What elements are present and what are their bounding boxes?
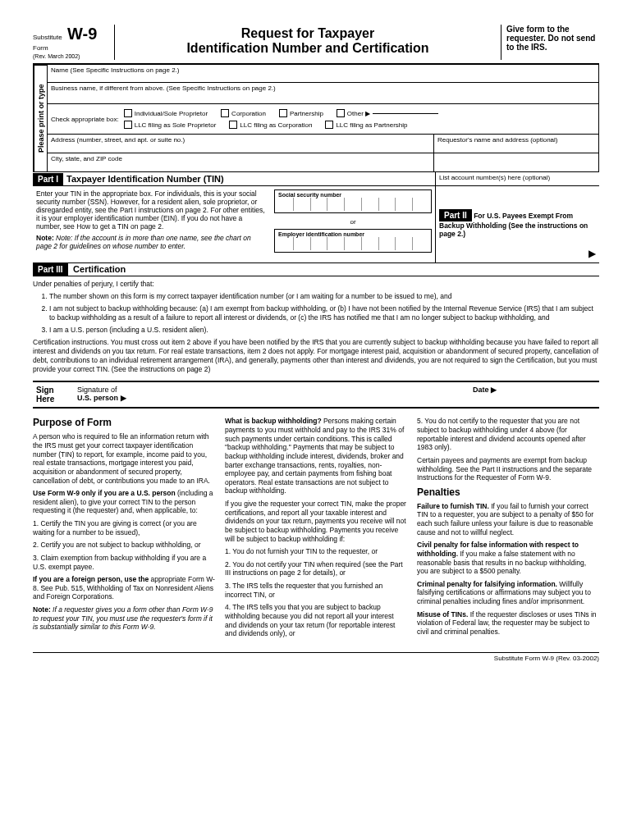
page-footer: Substitute Form W-9 (Rev. 03-2002)	[33, 652, 599, 662]
cert-instructions: Certification instructions. You must cro…	[33, 338, 599, 374]
checkbox-llc-corp[interactable]	[229, 121, 237, 129]
city-state-zip-field[interactable]: City, state, and ZIP code	[48, 153, 434, 171]
col3-p4: Civil penalty for false information with…	[417, 541, 599, 576]
tin-text: Enter your TIN in the appropriate box. F…	[36, 189, 265, 231]
col3-p6: Misuse of TINs. If the requester disclos…	[417, 610, 599, 637]
label-llc-corp: LLC filing as Corporation	[240, 121, 312, 129]
tin-instructions: Enter your TIN in the appropriate box. F…	[33, 186, 271, 262]
part2-section: Part II For U.S. Payees Exempt From Back…	[435, 186, 599, 262]
penalties-heading: Penalties	[417, 486, 599, 499]
col2-p4: 2. You do not certify your TIN when requ…	[225, 560, 407, 578]
column-1: Purpose of Form A person who is required…	[33, 417, 215, 641]
col1-p5: 3. Claim exemption from backup withholdi…	[33, 554, 215, 571]
cert-item3: I am a U.S. person (including a U.S. res…	[49, 326, 599, 335]
col2-p1: What is backup withholding? Persons maki…	[225, 417, 407, 495]
column-2: What is backup withholding? Persons maki…	[225, 417, 407, 641]
ssn-label: Social security number	[277, 192, 429, 198]
print-type-label: Please print or type	[34, 65, 47, 172]
requestor-field[interactable]: Requestor's name and address (optional)	[434, 135, 598, 153]
purpose-heading: Purpose of Form	[33, 417, 215, 429]
entity-type-row: Check appropriate box: Individual/Sole P…	[47, 104, 599, 135]
or-label: or	[274, 218, 432, 226]
col3-p5: Criminal penalty for falsifying informat…	[417, 580, 599, 606]
checkbox-llc-part[interactable]	[325, 121, 333, 129]
col3-p1: 5. You do not certify to the requester t…	[417, 417, 599, 452]
checkbox-other[interactable]	[337, 109, 345, 117]
signature-field[interactable]: Signature of U.S. person ▶	[77, 386, 473, 404]
col3-p2: Certain payees and payments are exempt f…	[417, 456, 599, 482]
form-label: Form	[33, 44, 48, 52]
address-field[interactable]: Address (number, street, and apt. or sui…	[48, 135, 434, 153]
header-instruction: Give form to the requester. Do not send …	[501, 25, 599, 60]
list-account-field[interactable]: List account number(s) here (optional)	[435, 172, 599, 185]
tin-number-boxes: Social security number or Employer ident…	[271, 186, 435, 262]
revision-date: (Rev. March 2002)	[33, 53, 80, 59]
certification-section: Under penalties of perjury, I certify th…	[33, 276, 599, 377]
title-line1: Request for Taxpayer	[123, 26, 492, 41]
part1-header-row: Part I Taxpayer Identification Number (T…	[33, 172, 599, 186]
part2-arrow: ▶	[439, 248, 596, 259]
col1-p7: Note: If a requester gives you a form ot…	[33, 605, 215, 632]
label-llc-sole: LLC filing as Sole Proprietor	[135, 121, 217, 129]
cert-item2: I am not subject to backup withholding b…	[49, 304, 599, 322]
col2-p2: If you give the requester your correct T…	[225, 500, 407, 543]
col2-p3: 1. You do not furnish your TIN to the re…	[225, 547, 407, 556]
header-title: Request for Taxpayer Identification Numb…	[115, 25, 501, 60]
name-field[interactable]: Name (See Specific Instructions on page …	[47, 65, 599, 83]
label-partnership: Partnership	[290, 110, 323, 117]
form-header: Substitute W-9 Form (Rev. March 2002) Re…	[33, 25, 599, 65]
tin-note: Note: If the account is in more than one…	[36, 234, 251, 250]
col1-p2: Use Form W-9 only if you are a U.S. pers…	[33, 489, 215, 515]
part3-badge: Part III	[33, 263, 68, 276]
col3-p3: Failure to furnish TIN. If you fail to f…	[417, 502, 599, 537]
checkbox-corporation[interactable]	[221, 109, 229, 117]
cert-intro: Under penalties of perjury, I certify th…	[33, 280, 599, 289]
business-name-field[interactable]: Business name, if different from above. …	[47, 83, 599, 104]
col1-p1: A person who is required to file an info…	[33, 432, 215, 485]
check-box-label: Check appropriate box:	[51, 116, 119, 123]
checkbox-llc-sole[interactable]	[124, 121, 132, 129]
substitute-label: Substitute	[33, 34, 62, 41]
ssn-box[interactable]: Social security number	[274, 189, 432, 213]
cert-item1: The number shown on this form is my corr…	[49, 292, 599, 301]
label-individual: Individual/Sole Proprietor	[135, 110, 208, 117]
form-code: W-9	[67, 25, 97, 43]
ein-label: Employer identification number	[277, 231, 429, 237]
part3-header-row: Part III Certification	[33, 263, 599, 276]
label-corporation: Corporation	[231, 110, 266, 117]
date-field[interactable]: Date ▶	[473, 386, 596, 404]
instructions-columns: Purpose of Form A person who is required…	[33, 417, 599, 641]
part1-badge: Part I	[33, 173, 63, 185]
ein-box[interactable]: Employer identification number	[274, 229, 432, 253]
tin-note-label: Note:	[36, 234, 54, 242]
title-line2: Identification Number and Certification	[123, 41, 492, 56]
checkbox-partnership[interactable]	[279, 109, 287, 117]
col1-p4: 2. Certify you are not subject to backup…	[33, 541, 215, 550]
label-llc-part: LLC filing as Partnership	[336, 121, 407, 129]
signature-row: SignHere Signature of U.S. person ▶ Date…	[33, 381, 599, 409]
sign-here-label: SignHere	[36, 386, 77, 404]
col2-p6: 4. The IRS tells you that you are subjec…	[225, 603, 407, 638]
checkbox-individual[interactable]	[124, 109, 132, 117]
col1-p6: If you are a foreign person, use the app…	[33, 575, 215, 601]
requestor-field-cont[interactable]	[434, 153, 598, 171]
part3-title: Certification	[70, 262, 129, 276]
col1-p3: 1. Certify the TIN you are giving is cor…	[33, 519, 215, 536]
header-left: Substitute W-9 Form (Rev. March 2002)	[33, 25, 115, 60]
tin-section: Enter your TIN in the appropriate box. F…	[33, 186, 599, 263]
part2-badge: Part II	[439, 209, 472, 221]
label-other: Other ▶	[347, 110, 370, 117]
part1-title: Taxpayer Identification Number (TIN)	[63, 172, 227, 185]
taxpayer-info-block: Please print or type Name (See Specific …	[33, 65, 599, 172]
column-3: 5. You do not certify to the requester t…	[417, 417, 599, 641]
col2-p5: 3. The IRS tells the requester that you …	[225, 582, 407, 599]
